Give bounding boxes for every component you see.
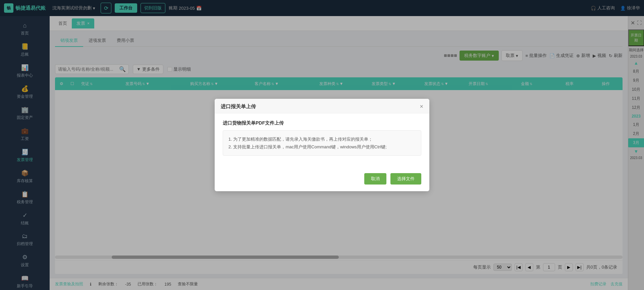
- import-modal: 进口报关单上传 × 进口货物报关单PDF文件上传 1. 为了更加精准的数据匹配，…: [215, 99, 429, 192]
- modal-section-title: 进口货物报关单PDF文件上传: [223, 120, 421, 126]
- modal-info-item-2: 2. 支持批量上传进口报关单，mac用户使用Command键，windows用户…: [228, 143, 416, 151]
- modal-footer: 取消 选择文件: [215, 169, 429, 191]
- modal-header: 进口报关单上传 ×: [215, 99, 429, 114]
- modal-select-file-button[interactable]: 选择文件: [390, 173, 421, 185]
- modal-overlay: 进口报关单上传 × 进口货物报关单PDF文件上传 1. 为了更加精准的数据匹配，…: [0, 0, 644, 290]
- modal-info-box: 1. 为了更加精准的数据匹配，请先录入海关缴款书，再上传对应的报关单； 2. 支…: [223, 130, 421, 156]
- modal-body: 进口货物报关单PDF文件上传 1. 为了更加精准的数据匹配，请先录入海关缴款书，…: [215, 114, 429, 169]
- modal-info-item-1: 1. 为了更加精准的数据匹配，请先录入海关缴款书，再上传对应的报关单；: [228, 135, 416, 143]
- modal-cancel-button[interactable]: 取消: [364, 173, 386, 185]
- modal-close-button[interactable]: ×: [420, 103, 423, 110]
- modal-title: 进口报关单上传: [221, 103, 256, 110]
